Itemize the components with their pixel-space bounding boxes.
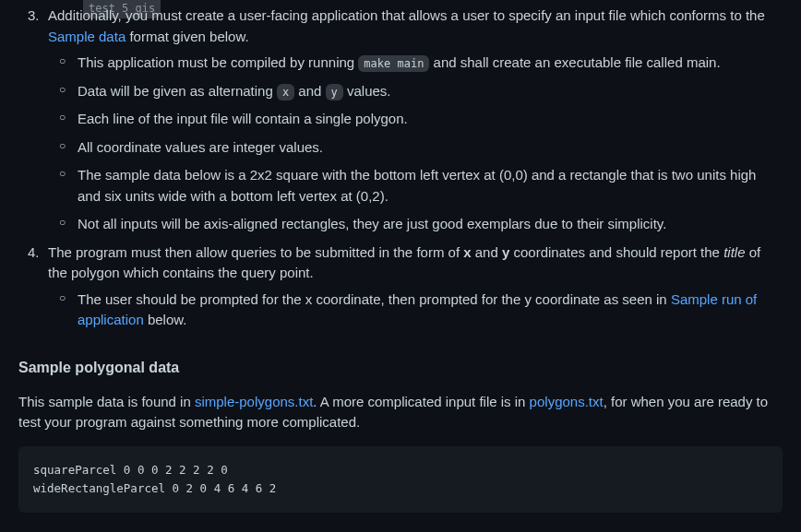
item3-sub2-mid: and <box>294 83 325 99</box>
item4-text-mid: and <box>472 244 502 260</box>
document-body: Additionally, you must create a user-fac… <box>0 0 801 531</box>
y-code: y <box>326 84 343 100</box>
sample-data-paragraph: This sample data is found in simple-poly… <box>18 392 783 433</box>
item4-text-a: The program must then allow queries to b… <box>48 244 463 260</box>
item3-sub2-a: Data will be given as alternating <box>78 83 277 99</box>
item4-sublist: The user should be prompted for the x co… <box>48 290 783 331</box>
item3-text-a: Additionally, you must create a user-fac… <box>48 7 765 23</box>
list-item-4: The program must then allow queries to b… <box>48 242 783 331</box>
sample-data-link[interactable]: Sample data <box>48 29 126 44</box>
item3-sub1: This application must be compiled by run… <box>78 53 783 74</box>
item3-sub1-a: This application must be compiled by run… <box>78 54 358 70</box>
para-a: This sample data is found in <box>18 394 195 409</box>
item4-sub1: The user should be prompted for the x co… <box>78 290 783 331</box>
item3-sub6: Not all inputs will be axis-aligned rect… <box>78 214 783 235</box>
item3-sub3: Each line of the input file will contain… <box>78 109 783 130</box>
item3-sub1-b: and shall create an executable file call… <box>429 54 720 70</box>
bold-x: x <box>463 244 471 260</box>
item4-text-b: coordinates and should report the <box>509 244 723 260</box>
item3-sub2: Data will be given as alternating x and … <box>78 81 783 102</box>
simple-polygons-link[interactable]: simple-polygons.txt <box>195 394 313 409</box>
main-ordered-list: Additionally, you must create a user-fac… <box>18 6 783 331</box>
item4-sub1-b: below. <box>144 312 187 327</box>
item4-sub1-a: The user should be prompted for the x co… <box>78 291 671 307</box>
make-main-code: make main <box>358 55 429 72</box>
x-code: x <box>277 84 294 100</box>
item3-sub2-b: values. <box>343 83 391 99</box>
item3-sub5: The sample data below is a 2x2 square wi… <box>78 165 783 207</box>
item3-text-b: format given below. <box>126 29 248 44</box>
sample-data-code-block: squareParcel 0 0 0 2 2 2 2 0 wideRectang… <box>18 446 783 513</box>
sample-data-heading: Sample polygonal data <box>18 357 783 379</box>
para-b: . A more complicated input file is in <box>313 394 529 409</box>
item3-sub4: All coordinate values are integer values… <box>78 137 783 159</box>
polygons-link[interactable]: polygons.txt <box>530 394 604 409</box>
list-item-3: Additionally, you must create a user-fac… <box>48 6 783 235</box>
item3-sublist: This application must be compiled by run… <box>48 53 783 235</box>
title-italic: title <box>723 244 745 260</box>
